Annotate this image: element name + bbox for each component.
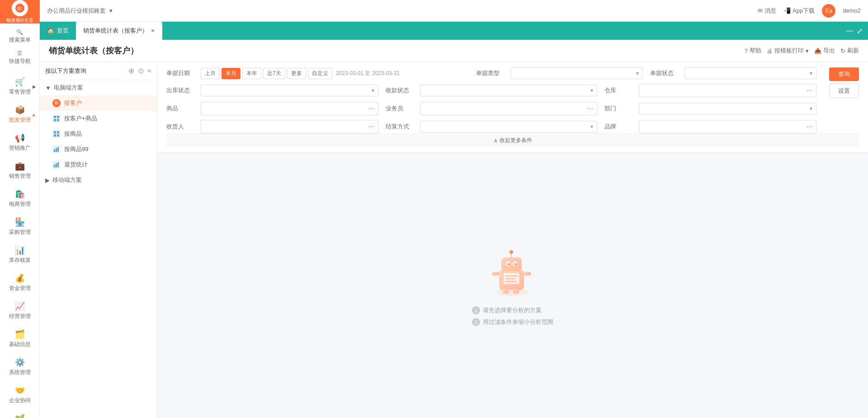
- by-customer-icon: 客: [52, 99, 61, 107]
- message-label: 消息: [764, 7, 776, 15]
- refresh-icon: ↻: [840, 48, 845, 54]
- sidebar-item-newbie[interactable]: 🌱 新手引导: [0, 409, 40, 418]
- sidebar-item-system[interactable]: ⚙️ 系统管理: [0, 353, 40, 381]
- date-btn-last-7-days[interactable]: 近7天: [263, 68, 285, 79]
- sidebar-item-retail[interactable]: 🛒 零售管理 ▶: [0, 72, 40, 100]
- query-buttons: 查询 设置: [829, 67, 859, 98]
- basic-icon: 🗂️: [15, 329, 25, 339]
- right-panel: 单据日期 上月 本月 本年 近7天 更多 自定义 2023-03-01 至 20…: [157, 62, 868, 418]
- search-menu[interactable]: 🔍 搜索菜单: [9, 24, 31, 48]
- inventory-icon: 📊: [15, 245, 25, 255]
- scheme-collapse-btn[interactable]: «: [147, 66, 151, 75]
- scheme-group-desktop-header[interactable]: ▼ 电脑端方案: [40, 80, 157, 95]
- panels: 按以下方案查询 ⊕ ⊙ « ▼ 电脑端方案 客 按客户: [40, 62, 868, 418]
- sidebar-item-coop[interactable]: 🤝 企业协同: [0, 381, 40, 409]
- export-label: 导出: [823, 47, 835, 55]
- scheme-item-by-product[interactable]: 按商品: [40, 126, 157, 142]
- tab-home-label: 首页: [57, 27, 69, 35]
- search-icon: 🔍: [16, 29, 23, 35]
- department-select[interactable]: ▾: [639, 103, 816, 114]
- sidebar-item-sales[interactable]: 💼 销售管理: [0, 157, 40, 185]
- svg-rect-2: [54, 116, 56, 118]
- sidebar-item-ecommerce[interactable]: 🛍️ 电商管理: [0, 185, 40, 213]
- date-btn-this-year[interactable]: 本年: [242, 68, 261, 79]
- scheme-item-return-stat-label: 退货统计: [64, 161, 88, 169]
- scheme-settings-btn[interactable]: ⊙: [138, 66, 144, 75]
- scheme-add-btn[interactable]: ⊕: [128, 66, 134, 75]
- filter-row-consignee: 收货人 ··· 结算方式 ▾ 品牌: [166, 120, 816, 133]
- avatar[interactable]: Ea: [822, 4, 835, 18]
- sidebar-item-basic[interactable]: 🗂️ 基础信息: [0, 325, 40, 353]
- ship-status-select[interactable]: ▾: [201, 85, 378, 96]
- collapse-label: 收起更多条件: [500, 137, 532, 144]
- scheme-group-desktop: ▼ 电脑端方案 客 按客户 按客户+商品: [40, 80, 157, 172]
- tab-home[interactable]: 🏠 首页: [40, 22, 76, 40]
- desktop-group-label: 电脑端方案: [54, 84, 83, 92]
- tab-close-btn[interactable]: ✕: [151, 28, 155, 34]
- payment-method-select[interactable]: ▾: [420, 121, 598, 133]
- scheme-item-by-customer[interactable]: 客 按客户: [40, 95, 157, 111]
- sidebar-item-inventory-label: 库存核算: [9, 256, 31, 264]
- consignee-dots: ···: [368, 123, 374, 131]
- query-btn[interactable]: 查询: [829, 67, 859, 81]
- doc-type-select[interactable]: ▾: [510, 67, 642, 79]
- settings-btn[interactable]: 设置: [829, 84, 859, 98]
- content-area: 销货单统计表（按客户） ? 帮助 🖨 按模板打印 ▾ 📤 导出 ↻ 刷新: [40, 40, 868, 418]
- collapse-btn[interactable]: ∧ 收起更多条件: [166, 133, 859, 147]
- sidebar-item-marketing[interactable]: 📢 营销推广: [0, 128, 40, 157]
- department-arrow: ▾: [810, 105, 812, 112]
- export-icon: 📤: [814, 48, 821, 54]
- app-download-btn[interactable]: 📲 App下载: [783, 7, 815, 15]
- scheme-group-mobile-header[interactable]: ▶ 移动端方案: [40, 172, 157, 188]
- sidebar-item-purchase[interactable]: 🏪 采购管理: [0, 213, 40, 241]
- sidebar-item-operation[interactable]: 📈 经营管理: [0, 297, 40, 325]
- salesperson-select[interactable]: ···: [420, 102, 598, 115]
- page-title: 销货单统计表（按客户）: [49, 45, 138, 56]
- desktop-group-arrow: ▼: [45, 85, 51, 91]
- payment-status-select[interactable]: ▾: [420, 85, 598, 96]
- mobile-group-label: 移动端方案: [52, 176, 82, 184]
- date-btn-last-month[interactable]: 上月: [201, 68, 220, 79]
- retail-arrow: ▶: [33, 84, 36, 89]
- scheme-item-by-product-99[interactable]: 按商品99: [40, 142, 157, 157]
- sidebar-item-wholesale[interactable]: 📦 批发管理 ▲: [0, 100, 40, 128]
- refresh-label: 刷新: [847, 47, 859, 55]
- return-stat-icon: [52, 161, 61, 169]
- sidebar-item-operation-label: 经营管理: [9, 313, 31, 320]
- user-name[interactable]: demo2: [843, 7, 861, 14]
- quick-nav[interactable]: ☰ 快捷导航: [9, 48, 31, 69]
- date-btn-more[interactable]: 更多: [287, 68, 306, 79]
- brand-select[interactable]: ···: [639, 120, 816, 133]
- scheme-item-return-stat[interactable]: 退货统计: [40, 157, 157, 172]
- export-btn[interactable]: 📤 导出: [814, 47, 835, 55]
- refresh-btn[interactable]: ↻ 刷新: [840, 47, 859, 55]
- page-selector-arrow[interactable]: ▾: [109, 7, 113, 14]
- mobile-group-arrow: ▶: [45, 177, 50, 184]
- product-select[interactable]: ···: [201, 102, 378, 115]
- svg-rect-4: [54, 119, 56, 121]
- scheme-item-by-customer-product[interactable]: 按客户+商品: [40, 111, 157, 126]
- message-btn[interactable]: ✉ 消息: [758, 7, 776, 15]
- tab-maximize-btn[interactable]: ⤢: [857, 27, 863, 35]
- tab-minimize-btn[interactable]: —: [846, 27, 853, 35]
- wholesale-icon: 📦: [15, 105, 25, 115]
- print-btn[interactable]: 🖨 按模板打印 ▾: [767, 47, 809, 55]
- sidebar-item-finance[interactable]: 💰 资金管理: [0, 269, 40, 297]
- page-selector-label[interactable]: 办公用品行业模拟账套: [47, 7, 106, 15]
- operation-icon: 📈: [15, 301, 25, 311]
- help-btn[interactable]: ? 帮助: [745, 47, 761, 55]
- svg-rect-13: [54, 165, 55, 167]
- page-header: 销货单统计表（按客户） ? 帮助 🖨 按模板打印 ▾ 📤 导出 ↻ 刷新: [40, 40, 868, 62]
- empty-tips: 1 请先选择要分析的方案 2 用过滤条件来缩小分析范围: [472, 306, 553, 326]
- date-btn-this-month[interactable]: 本月: [222, 68, 241, 79]
- nav-icon: ☰: [17, 50, 22, 57]
- purchase-icon: 🏪: [15, 217, 25, 227]
- ecommerce-icon: 🛍️: [15, 189, 25, 199]
- brand-label: 品牌: [604, 123, 632, 131]
- sidebar-item-inventory[interactable]: 📊 库存核算: [0, 241, 40, 269]
- date-btn-custom[interactable]: 自定义: [308, 68, 332, 79]
- doc-status-select[interactable]: ▾: [684, 67, 816, 79]
- consignee-select[interactable]: ···: [201, 120, 378, 133]
- warehouse-select[interactable]: ···: [639, 84, 816, 97]
- tab-sales-stat[interactable]: 销货单统计表（按客户） ✕: [76, 22, 162, 40]
